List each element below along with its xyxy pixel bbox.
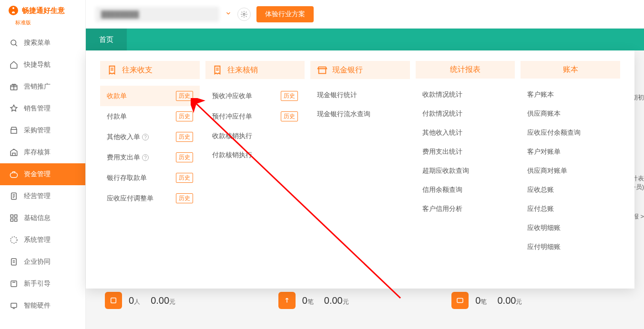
cta-button[interactable]: 体验行业方案 (256, 6, 314, 22)
stat-icon (451, 292, 469, 309)
menu-item-receipt[interactable]: 收款单历史 (100, 86, 200, 106)
history-tag[interactable]: 历史 (176, 173, 193, 183)
tab-bar: 首页 (86, 29, 644, 50)
menu-item-supplier-statement[interactable]: 供应商对账单 (521, 161, 620, 180)
history-tag[interactable]: 历史 (176, 193, 193, 203)
menu-col-reports: 统计报表 收款情况统计 付款情况统计 其他收入统计 费用支出统计 超期应收款查询… (416, 61, 515, 269)
svg-point-0 (11, 40, 16, 45)
svg-point-7 (10, 237, 17, 243)
nav-purchase[interactable]: 采购管理 (0, 120, 85, 141)
menu-item-cash-bank-flow[interactable]: 现金银行流水查询 (310, 105, 410, 124)
history-tag[interactable]: 历史 (176, 111, 193, 121)
book-icon (10, 279, 18, 288)
svg-point-11 (243, 13, 245, 15)
brand-icon (8, 5, 19, 16)
menu-item-other-income[interactable]: 其他收入单?历史 (100, 127, 200, 147)
device-icon (10, 301, 18, 310)
nav-marketing[interactable]: 营销推广 (0, 76, 85, 98)
bank-icon (317, 65, 327, 75)
menu-item-customer-credit[interactable]: 客户信用分析 (416, 199, 515, 219)
nav-sales[interactable]: 销售管理 (0, 98, 85, 120)
nav-beginner-guide[interactable]: 新手引导 (0, 273, 85, 295)
settings-icon (10, 236, 18, 244)
nav-funds[interactable]: 资金管理 (0, 163, 85, 185)
nav-list: 搜索菜单 快捷导航 营销推广 销售管理 采购管理 库存核算 资金管理 经营管理 … (0, 30, 85, 317)
svg-rect-6 (15, 219, 17, 221)
menu-item-payment-stats[interactable]: 付款情况统计 (416, 104, 515, 123)
grid-icon (10, 214, 18, 222)
menu-item-prepay-ar[interactable]: 预收冲应收单历史 (205, 86, 305, 106)
col-header-cash-bank: 现金银行 (310, 61, 410, 79)
menu-item-receipt-writeoff-exec[interactable]: 收款核销执行 (205, 127, 305, 146)
search-icon (10, 39, 18, 47)
menu-item-ap-gl[interactable]: 应付总账 (521, 199, 620, 219)
svg-rect-4 (15, 215, 17, 217)
menu-item-payment-writeoff-exec[interactable]: 付款核销执行 (205, 146, 305, 165)
menu-item-ap-detail[interactable]: 应付明细账 (521, 238, 620, 257)
nav-operation[interactable]: 经营管理 (0, 185, 85, 207)
nav-enterprise-collab[interactable]: 企业协同 (0, 251, 85, 273)
history-tag[interactable]: 历史 (176, 132, 193, 142)
svg-rect-9 (11, 281, 17, 287)
menu-item-overdue-ar[interactable]: 超期应收款查询 (416, 161, 515, 180)
stat-block-people: 0人 0.00元 (105, 292, 278, 309)
nav-basic-info[interactable]: 基础信息 (0, 207, 85, 229)
content-area: 完善期初 统计表 务员) 报 > 往来收支 收款单历史 付款单历史 (86, 50, 644, 329)
stat-icon (278, 292, 296, 309)
stat-block-deals-1: 0笔 0.00元 (278, 292, 452, 309)
brand-name: 畅捷通好生意 (22, 6, 65, 15)
settings-button[interactable] (237, 8, 251, 21)
nav-inventory[interactable]: 库存核算 (0, 141, 85, 163)
svg-rect-13 (111, 298, 116, 303)
nav-smart-hardware[interactable]: 智能硬件 (0, 295, 85, 317)
company-selector[interactable]: ████████ (95, 7, 219, 22)
menu-item-ar-ap-balance[interactable]: 应收应付余额查询 (521, 123, 620, 142)
stats-row: 0人 0.00元 0笔 0.00元 0笔 0.00元 (105, 286, 625, 315)
menu-item-expense[interactable]: 费用支出单?历史 (100, 147, 200, 168)
menu-item-cash-bank-stats[interactable]: 现金银行统计 (310, 86, 410, 105)
main-area: ████████ 体验行业方案 首页 完善期初 统计表 务员) (86, 0, 644, 329)
menu-item-ar-ap-adjust[interactable]: 应收应付调整单历史 (100, 188, 200, 209)
menu-item-other-income-stats[interactable]: 其他收入统计 (416, 123, 515, 142)
menu-col-writeoff: 往来核销 预收冲应收单历史 预付冲应付单历史 收款核销执行 付款核销执行 (205, 61, 305, 269)
help-icon[interactable]: ? (142, 134, 149, 140)
tab-home[interactable]: 首页 (86, 29, 127, 50)
history-tag[interactable]: 历史 (176, 152, 193, 162)
history-tag[interactable]: 历史 (281, 91, 298, 101)
chevron-down-icon[interactable] (225, 10, 232, 18)
doc-icon (10, 258, 18, 266)
menu-item-customer-statement[interactable]: 客户对账单 (521, 142, 620, 161)
menu-item-supplier-ledger[interactable]: 供应商账本 (521, 104, 620, 123)
svg-rect-14 (457, 299, 463, 303)
sidebar: 畅捷通好生意 标准版 搜索菜单 快捷导航 营销推广 销售管理 采购管理 库存核算… (0, 0, 86, 329)
col-header-reports: 统计报表 (416, 61, 515, 79)
help-icon[interactable]: ? (142, 154, 149, 161)
nav-quick-nav[interactable]: 快捷导航 (0, 54, 85, 76)
menu-col-cash-bank: 现金银行 现金银行统计 现金银行流水查询 (310, 61, 410, 269)
nav-search-menu[interactable]: 搜索菜单 (0, 32, 85, 54)
mega-menu: 往来收支 收款单历史 付款单历史 其他收入单?历史 费用支出单?历史 银行存取款… (86, 50, 634, 289)
menu-col-transactions: 往来收支 收款单历史 付款单历史 其他收入单?历史 费用支出单?历史 银行存取款… (100, 61, 200, 269)
history-tag[interactable]: 历史 (281, 111, 298, 121)
home-icon (10, 60, 18, 69)
col-header-writeoff: 往来核销 (205, 61, 305, 79)
stat-block-deals-2: 0笔 0.00元 (451, 292, 625, 309)
nav-system[interactable]: 系统管理 (0, 229, 85, 251)
menu-item-bank-transfer[interactable]: 银行存取款单历史 (100, 168, 200, 188)
menu-item-expense-stats[interactable]: 费用支出统计 (416, 142, 515, 161)
brand-edition: 标准版 (0, 19, 85, 30)
topbar: ████████ 体验行业方案 (86, 0, 644, 29)
menu-item-payment[interactable]: 付款单历史 (100, 106, 200, 127)
menu-item-prepay-ap[interactable]: 预付冲应付单历史 (205, 106, 305, 127)
company-name-redacted: ████████ (101, 10, 139, 18)
menu-item-receipt-stats[interactable]: 收款情况统计 (416, 85, 515, 104)
receipt-icon (107, 65, 117, 75)
menu-item-ar-gl[interactable]: 应收总账 (521, 180, 620, 199)
menu-item-customer-ledger[interactable]: 客户账本 (521, 85, 620, 104)
history-tag[interactable]: 历史 (176, 91, 193, 101)
menu-item-credit-balance[interactable]: 信用余额查询 (416, 180, 515, 199)
menu-item-ar-detail[interactable]: 应收明细账 (521, 219, 620, 238)
col-header-ledger: 账本 (521, 61, 620, 79)
money-bag-icon (10, 170, 18, 179)
stat-icon (105, 292, 122, 309)
